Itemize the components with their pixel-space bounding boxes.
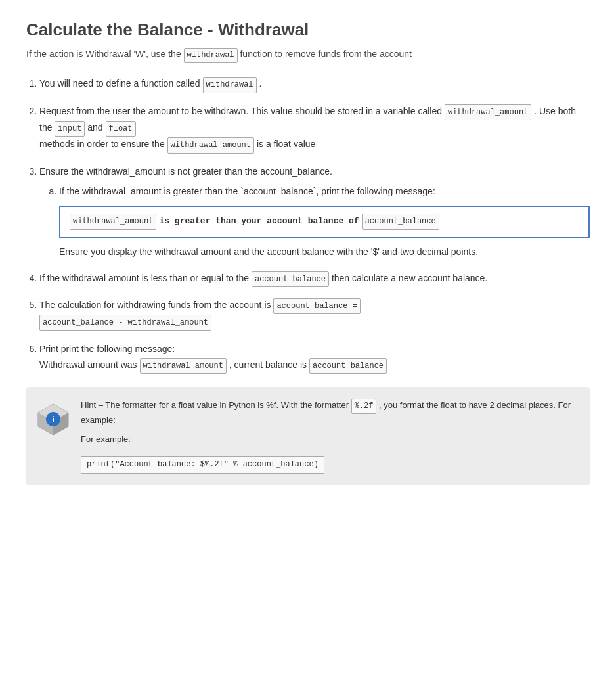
hint-content: Hint – The formatter for a float value i…: [81, 399, 578, 474]
step1-text-before: You will need to define a function calle…: [39, 78, 200, 89]
step2-tag3: float: [106, 121, 136, 137]
step-3: Ensure the withdrawal_amount is not grea…: [39, 164, 590, 260]
step4-text-before: If the withdrawal amount is less than or…: [39, 273, 249, 283]
hint-code-sample-wrapper: print("Account balance: $%.2f" % account…: [81, 452, 578, 474]
step2-text4: methods in order to ensure the: [39, 139, 165, 149]
step2-tag2: input: [55, 121, 85, 137]
hint-for-example: For example:: [81, 433, 578, 447]
step2-text1: Request from the user the amount to be w…: [39, 106, 442, 116]
hint-formatter-tag: %.2f: [351, 399, 377, 414]
hint-box: i Hint – The formatter for a float value…: [26, 387, 590, 485]
intro-text-before: If the action is Withdrawal 'W', use the: [26, 49, 181, 59]
step3a-text2: Ensure you display the withdrawal amount…: [59, 246, 478, 257]
step2-text5: is a float value: [257, 139, 316, 149]
step4-tag: account_balance: [252, 271, 329, 287]
page-title: Calculate the Balance - Withdrawal: [26, 20, 590, 40]
code-block-tag1: withdrawal_amount: [70, 214, 156, 229]
step6-text1: Print print the following message:: [39, 344, 175, 354]
step3-text: Ensure the withdrawal_amount is not grea…: [39, 166, 332, 177]
step1-text-after: .: [259, 78, 261, 89]
step3-sublist: If the withdrawal_amount is greater than…: [39, 184, 590, 260]
step6-text3: , current balance is: [229, 359, 307, 370]
step3-code-block: withdrawal_amount is greater than your a…: [59, 206, 590, 237]
hint-code-sample: print("Account balance: $%.2f" % account…: [81, 456, 324, 474]
step-2: Request from the user the amount to be w…: [39, 104, 590, 154]
step2-text3: and: [87, 122, 102, 133]
intro-text-after: function to remove funds from the accoun…: [240, 49, 411, 59]
step5-text-before: The calculation for withdrawing funds fr…: [39, 300, 271, 310]
step6-tag1: withdrawal_amount: [140, 358, 227, 374]
hint-icon: i: [35, 401, 72, 438]
step-5: The calculation for withdrawing funds fr…: [39, 298, 590, 331]
step1-tag: withdrawal: [203, 77, 257, 93]
step-1: You will need to define a function calle…: [39, 76, 590, 93]
step2-tag1: withdrawal_amount: [445, 104, 531, 120]
hint-text: Hint – The formatter for a float value i…: [81, 399, 578, 428]
step4-text-after: then calculate a new account balance.: [332, 273, 487, 283]
step2-tag4: withdrawal_amount: [167, 137, 254, 153]
step5-tag2: account_balance - withdrawal_amount: [39, 315, 211, 330]
code-block-tag2: account_balance: [362, 214, 439, 229]
intro-withdrawal-tag: withdrawal: [184, 48, 238, 63]
step-4: If the withdrawal amount is less than or…: [39, 271, 590, 287]
step6-tag2: account_balance: [309, 358, 387, 374]
intro-paragraph: If the action is Withdrawal 'W', use the…: [26, 47, 590, 63]
step3a-text1: If the withdrawal_amount is greater than…: [59, 186, 435, 196]
steps-list: You will need to define a function calle…: [26, 76, 590, 374]
step3a: If the withdrawal_amount is greater than…: [59, 184, 590, 260]
step-6: Print print the following message: Withd…: [39, 342, 590, 374]
code-block-middle: is greater than your account balance of: [159, 214, 359, 229]
step5-tag1: account_balance =: [273, 298, 360, 314]
svg-text:i: i: [52, 415, 55, 424]
hint-text1: Hint – The formatter for a float value i…: [81, 400, 349, 410]
step6-text2: Withdrawal amount was: [39, 359, 137, 370]
